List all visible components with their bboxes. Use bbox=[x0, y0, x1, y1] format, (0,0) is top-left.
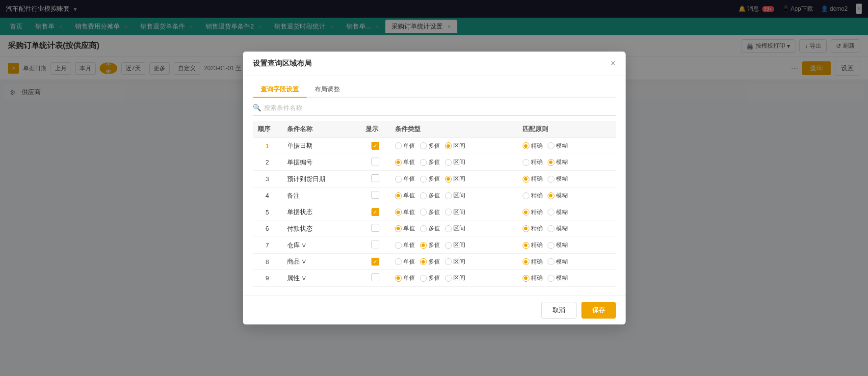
checkbox-5[interactable] bbox=[371, 224, 379, 232]
row-0-check[interactable] bbox=[361, 138, 390, 154]
search-input[interactable] bbox=[264, 104, 352, 111]
radio-circle-区间-3 bbox=[445, 192, 452, 199]
radio-label-单值-6: 单值 bbox=[403, 241, 415, 249]
type-option-单值-6[interactable]: 单值 bbox=[395, 241, 415, 249]
radio-label-单值-4: 单值 bbox=[403, 208, 415, 216]
type-option-区间-4[interactable]: 区间 bbox=[445, 208, 465, 216]
type-option-区间-1[interactable]: 区间 bbox=[445, 158, 465, 166]
modal-close-button[interactable]: × bbox=[610, 58, 616, 69]
table-row: 1单据日期单值多值区间精确模糊 bbox=[253, 138, 616, 154]
type-option-多值-5[interactable]: 多值 bbox=[420, 224, 440, 233]
radio-circle-区间-4 bbox=[445, 209, 452, 215]
checkbox-4[interactable] bbox=[371, 208, 379, 216]
match-option-模糊-0[interactable]: 模糊 bbox=[548, 142, 568, 150]
type-option-区间-8[interactable]: 区间 bbox=[445, 274, 465, 282]
match-option-模糊-2[interactable]: 模糊 bbox=[548, 175, 568, 183]
match-option-精确-1[interactable]: 精确 bbox=[523, 158, 543, 166]
match-circle-模糊-0 bbox=[548, 142, 554, 149]
row-3-check[interactable] bbox=[361, 188, 390, 204]
row-2-name: 预计到货日期 bbox=[282, 171, 361, 188]
type-option-多值-8[interactable]: 多值 bbox=[420, 274, 440, 282]
checkbox-6[interactable] bbox=[371, 241, 379, 248]
type-option-单值-2[interactable]: 单值 bbox=[395, 175, 415, 183]
row-9-check[interactable] bbox=[361, 287, 390, 288]
type-group-0: 单值多值区间 bbox=[395, 142, 513, 150]
row-7-check[interactable] bbox=[361, 254, 390, 270]
match-option-模糊-5[interactable]: 模糊 bbox=[548, 224, 568, 233]
match-option-精确-0[interactable]: 精确 bbox=[523, 142, 543, 150]
match-option-模糊-7[interactable]: 模糊 bbox=[548, 258, 568, 266]
radio-label-区间-8: 区间 bbox=[453, 274, 465, 282]
type-option-区间-6[interactable]: 区间 bbox=[445, 241, 465, 249]
row-4-check[interactable] bbox=[361, 204, 390, 220]
type-option-单值-4[interactable]: 单值 bbox=[395, 208, 415, 216]
match-option-精确-7[interactable]: 精确 bbox=[523, 258, 543, 266]
match-option-模糊-8[interactable]: 模糊 bbox=[548, 274, 568, 282]
row-2-check[interactable] bbox=[361, 171, 390, 188]
modal-title: 设置查询区域布局 bbox=[253, 59, 312, 68]
type-option-多值-2[interactable]: 多值 bbox=[420, 175, 440, 183]
match-label-模糊-5: 模糊 bbox=[556, 224, 568, 233]
match-option-精确-6[interactable]: 精确 bbox=[523, 241, 543, 249]
type-option-区间-0[interactable]: 区间 bbox=[445, 142, 465, 150]
match-circle-模糊-2 bbox=[548, 176, 554, 183]
type-group-5: 单值多值区间 bbox=[395, 224, 513, 233]
modal-table-scroll: 顺序 条件名称 显示 条件类型 匹配原则 1单据日期单值多值区间精确模糊2单据编… bbox=[253, 121, 616, 288]
type-option-单值-5[interactable]: 单值 bbox=[395, 224, 415, 233]
match-option-模糊-6[interactable]: 模糊 bbox=[548, 241, 568, 249]
type-option-多值-4[interactable]: 多值 bbox=[420, 208, 440, 216]
type-option-区间-3[interactable]: 区间 bbox=[445, 191, 465, 200]
type-group-1: 单值多值区间 bbox=[395, 158, 513, 166]
row-8-check[interactable] bbox=[361, 270, 390, 287]
th-match: 匹配原则 bbox=[518, 121, 616, 138]
match-option-模糊-1[interactable]: 模糊 bbox=[548, 158, 568, 166]
type-option-多值-0[interactable]: 多值 bbox=[420, 142, 440, 150]
th-order: 顺序 bbox=[253, 121, 282, 138]
match-circle-模糊-8 bbox=[548, 275, 554, 282]
row-1-type: 单值多值区间 bbox=[390, 154, 518, 171]
checkbox-7[interactable] bbox=[371, 258, 379, 266]
cancel-button[interactable]: 取消 bbox=[541, 302, 577, 319]
type-option-多值-3[interactable]: 多值 bbox=[420, 191, 440, 200]
type-option-单值-7[interactable]: 单值 bbox=[395, 258, 415, 266]
save-button[interactable]: 保存 bbox=[581, 302, 616, 319]
type-option-多值-6[interactable]: 多值 bbox=[420, 241, 440, 249]
type-option-单值-0[interactable]: 单值 bbox=[395, 142, 415, 150]
row-5-check[interactable] bbox=[361, 220, 390, 237]
modal-tab-layout[interactable]: 布局调整 bbox=[307, 82, 348, 98]
match-option-精确-4[interactable]: 精确 bbox=[523, 208, 543, 216]
match-label-精确-5: 精确 bbox=[531, 224, 543, 233]
row-1-check[interactable] bbox=[361, 154, 390, 171]
match-option-精确-5[interactable]: 精确 bbox=[523, 224, 543, 233]
radio-label-多值-0: 多值 bbox=[428, 142, 440, 150]
type-option-多值-7[interactable]: 多值 bbox=[420, 258, 440, 266]
match-option-精确-2[interactable]: 精确 bbox=[523, 175, 543, 183]
type-option-单值-8[interactable]: 单值 bbox=[395, 274, 415, 282]
match-option-精确-3[interactable]: 精确 bbox=[523, 191, 543, 200]
type-option-区间-2[interactable]: 区间 bbox=[445, 175, 465, 183]
checkbox-0[interactable] bbox=[371, 142, 379, 150]
checkbox-8[interactable] bbox=[371, 273, 379, 281]
match-option-精确-8[interactable]: 精确 bbox=[523, 274, 543, 282]
radio-circle-单值-0 bbox=[395, 142, 402, 149]
type-option-单值-1[interactable]: 单值 bbox=[395, 158, 415, 166]
type-option-单值-3[interactable]: 单值 bbox=[395, 191, 415, 200]
checkbox-1[interactable] bbox=[371, 158, 379, 165]
radio-label-多值-7: 多值 bbox=[428, 258, 440, 266]
radio-label-多值-5: 多值 bbox=[428, 224, 440, 233]
type-option-区间-7[interactable]: 区间 bbox=[445, 258, 465, 266]
row-6-check[interactable] bbox=[361, 237, 390, 254]
modal-footer: 取消 保存 bbox=[243, 295, 626, 324]
table-row: 9属性 ∨单值多值区间精确模糊 bbox=[253, 270, 616, 287]
match-circle-模糊-3 bbox=[548, 192, 554, 199]
checkbox-2[interactable] bbox=[371, 174, 379, 182]
type-group-6: 单值多值区间 bbox=[395, 241, 513, 249]
match-option-模糊-4[interactable]: 模糊 bbox=[548, 208, 568, 216]
match-group-2: 精确模糊 bbox=[523, 175, 611, 183]
checkbox-3[interactable] bbox=[371, 191, 379, 199]
type-option-多值-1[interactable]: 多值 bbox=[420, 158, 440, 166]
modal-tab-query[interactable]: 查询字段设置 bbox=[253, 82, 307, 98]
match-option-模糊-3[interactable]: 模糊 bbox=[548, 191, 568, 200]
type-option-区间-5[interactable]: 区间 bbox=[445, 224, 465, 233]
match-group-7: 精确模糊 bbox=[523, 258, 611, 266]
